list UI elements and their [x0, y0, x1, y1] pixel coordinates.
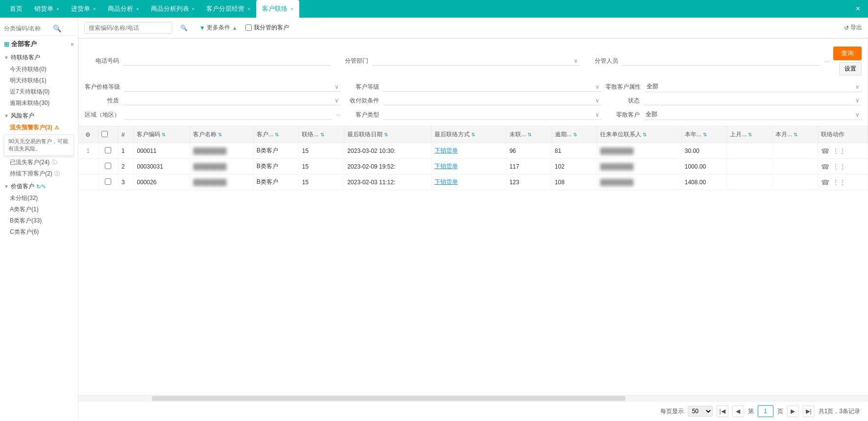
price-level-select[interactable]: ∨ [124, 82, 341, 92]
row1-check[interactable] [105, 147, 111, 153]
th-last-contact-method[interactable]: 最后联络方式 ⇅ [431, 126, 506, 143]
th-name-sort-icon[interactable]: ⇅ [218, 132, 222, 137]
row1-last-method[interactable]: 下销货单 [431, 143, 506, 159]
settings-icon[interactable]: ⚙ [85, 131, 91, 138]
sidebar-item-class-c[interactable]: C类客户(6) [0, 226, 78, 238]
sidebar-item-declining[interactable]: 持续下滑客户(2) ⓘ [0, 168, 78, 179]
per-page-select[interactable]: 50 20 100 [688, 406, 713, 417]
th-settings[interactable]: ⚙ [78, 126, 98, 143]
th-contact-sort-icon[interactable]: ⇅ [320, 132, 324, 137]
sidebar-item-today[interactable]: 今天待联络(0) [0, 64, 78, 75]
th-code-sort-icon[interactable]: ⇅ [162, 132, 166, 137]
tab-sales-order[interactable]: 销货单 × [28, 0, 65, 18]
page-input[interactable] [758, 405, 773, 417]
sidebar-item-churned[interactable]: 已流失客户(24) ⓘ [0, 157, 78, 168]
th-last-method-sort-icon[interactable]: ⇅ [471, 132, 475, 137]
sidebar-collapse-icon[interactable]: « [71, 41, 74, 48]
sidebar-search-input[interactable] [4, 25, 53, 32]
retail-attr-select[interactable]: 全部 ∨ [645, 81, 862, 92]
tab-purchase-close[interactable]: × [93, 6, 96, 12]
select-all-checkbox[interactable] [101, 131, 108, 137]
page-first-button[interactable]: |◀ [717, 405, 728, 417]
th-last-date-sort-icon[interactable]: ⇅ [384, 132, 388, 137]
row3-checkbox[interactable] [98, 174, 119, 190]
sidebar-search-icon[interactable]: 🔍 [53, 25, 61, 32]
th-unlinked-sort-icon[interactable]: ⇅ [528, 132, 531, 137]
horizontal-scrollbar[interactable] [78, 395, 868, 401]
sidebar-item-churn-warning[interactable]: 流失预警客户(3) ⚠ [0, 122, 78, 133]
status-select[interactable]: ∨ [644, 96, 862, 105]
th-this-month-sort-icon[interactable]: ⇅ [794, 132, 797, 137]
phone-input[interactable] [123, 56, 330, 66]
sidebar-item-class-a[interactable]: A类客户(1) [0, 204, 78, 215]
row2-last-method[interactable]: 下销货单 [431, 159, 506, 174]
th-last-month-sort-icon[interactable]: ⇅ [748, 132, 752, 137]
payment-select[interactable]: ∨ [383, 96, 601, 105]
th-this-month[interactable]: 本月... ⇅ [772, 126, 818, 143]
th-contact[interactable]: 联络... ⇅ [299, 126, 344, 143]
manager-input[interactable] [622, 56, 820, 66]
search-button[interactable]: 🔍 [176, 23, 192, 33]
tab-purchase-order[interactable]: 进货单 × [65, 0, 102, 18]
tab-segment-close[interactable]: × [247, 6, 250, 12]
setting-button[interactable]: 设置 [839, 62, 862, 75]
manager-more-icon[interactable]: ··· [824, 58, 829, 65]
th-code[interactable]: 客户编码 ⇅ [134, 126, 190, 143]
window-close-icon[interactable]: × [852, 4, 864, 13]
row1-checkbox[interactable] [98, 143, 119, 159]
row2-more-icon[interactable]: ⋮⋮ [832, 163, 846, 171]
row3-contact-icon[interactable]: ☎ [821, 178, 829, 186]
th-this-year-sort-icon[interactable]: ⇅ [703, 132, 707, 137]
sidebar-item-7days[interactable]: 近7天待联络(0) [0, 86, 78, 98]
th-overdue-sort-icon[interactable]: ⇅ [573, 132, 577, 137]
sidebar-all-customers[interactable]: ⊞ 全部客户 « [0, 38, 78, 50]
row1-contact-icon[interactable]: ☎ [821, 147, 829, 155]
th-unit-contact[interactable]: 往来单位联系人 ⇅ [597, 126, 681, 143]
sidebar-group-risk-title[interactable]: ▼ 风险客户 [0, 110, 78, 122]
row2-check[interactable] [105, 163, 111, 169]
row2-contact-icon[interactable]: ☎ [821, 163, 829, 171]
row2-checkbox[interactable] [98, 159, 119, 174]
tab-product-analysis[interactable]: 商品分析 × [102, 0, 145, 18]
th-overdue[interactable]: 逾期... ⇅ [552, 126, 597, 143]
th-unit-sort-icon[interactable]: ⇅ [643, 132, 647, 137]
region-input[interactable] [124, 110, 332, 120]
page-prev-button[interactable]: ◀ [732, 405, 744, 417]
edit-icon[interactable]: ✎ [41, 183, 46, 190]
my-customers-checkbox[interactable] [245, 25, 252, 31]
th-last-month[interactable]: 上月... ⇅ [727, 126, 772, 143]
th-unlinked[interactable]: 未联... ⇅ [506, 126, 552, 143]
th-type[interactable]: 客户... ⇅ [253, 126, 299, 143]
tab-product-list-close[interactable]: × [192, 6, 195, 12]
sidebar-group-pending-title[interactable]: ▼ 待联络客户 [0, 51, 78, 64]
more-conditions-button[interactable]: ▼ 更多条件 ▲ [195, 22, 241, 34]
sidebar-group-value-title[interactable]: ▼ 价值客户 ↻ ✎ [0, 180, 78, 193]
refresh-icon[interactable]: ↻ [36, 183, 41, 190]
dept-select[interactable]: ∨ [372, 56, 579, 66]
row3-last-method[interactable]: 下销货单 [431, 174, 506, 190]
tab-product-analysis-close[interactable]: × [136, 6, 139, 12]
page-next-button[interactable]: ▶ [787, 405, 799, 417]
tab-product-analysis-list[interactable]: 商品分析列表 × [145, 0, 201, 18]
th-this-year[interactable]: 本年... ⇅ [681, 126, 727, 143]
sidebar-item-tomorrow[interactable]: 明天待联络(1) [0, 75, 78, 86]
export-button[interactable]: ↺ 导出 [844, 24, 862, 32]
sidebar-item-overdue[interactable]: 逾期未联络(30) [0, 98, 78, 109]
customer-level-select[interactable]: ∨ [383, 82, 601, 92]
tab-customer-contact[interactable]: 客户联络 × [256, 0, 299, 18]
tab-home[interactable]: 首页 [4, 0, 28, 18]
query-button[interactable]: 查询 [833, 47, 862, 60]
page-last-button[interactable]: ▶| [803, 405, 815, 417]
sidebar-item-class-b[interactable]: B类客户(33) [0, 215, 78, 226]
row1-more-icon[interactable]: ⋮⋮ [832, 147, 846, 155]
tab-sales-close[interactable]: × [56, 6, 59, 12]
my-customers-checkbox-label[interactable]: 我分管的客户 [245, 24, 289, 32]
region-more-icon[interactable]: ··· [336, 111, 341, 118]
th-checkbox[interactable] [98, 126, 119, 143]
scrollbar-thumb[interactable] [152, 396, 626, 401]
sidebar-item-ungrouped[interactable]: 未分组(32) [0, 193, 78, 204]
th-name[interactable]: 客户名称 ⇅ [190, 126, 253, 143]
th-last-contact-date[interactable]: 最后联络日期 ⇅ [344, 126, 431, 143]
row3-check[interactable] [105, 178, 111, 185]
tab-contact-close[interactable]: × [290, 6, 293, 12]
